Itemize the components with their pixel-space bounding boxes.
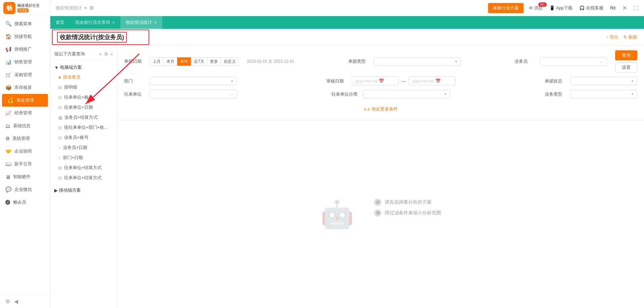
plan-item-party-account[interactable]: ⊟ 往来单位+账号 — [50, 92, 117, 102]
biz-type-arrow: ▾ — [632, 92, 634, 96]
setting-button[interactable]: 设置 — [615, 62, 637, 72]
sidebar-item-purchase[interactable]: 🛒 采购管理 — [0, 68, 50, 81]
sidebar-item-operations[interactable]: 📈 经营管理 — [0, 107, 50, 119]
export-icon: ↑ — [606, 35, 608, 40]
search-icon: 🔍 — [5, 21, 12, 27]
sidebar-item-vip[interactable]: 🅥 畅会员 — [0, 196, 50, 209]
body-area: 按以下方案查询 + ⚙ « ▼ 电脑端方案 ● 按业务员 — [50, 46, 644, 308]
sidebar-item-search[interactable]: 🔍 搜索菜单 — [0, 17, 50, 30]
collapse-bar[interactable]: ∧∧ 收起更多条件 — [124, 103, 637, 115]
app-download-area[interactable]: 📱 App下载 — [549, 5, 573, 11]
grid-icon: ⊞ — [58, 85, 62, 90]
audit-date-from[interactable]: yyyy-mm-dd 📅 — [352, 76, 399, 86]
close-icon[interactable]: ✕ — [622, 4, 627, 12]
voucher-status-select[interactable]: ▾ — [570, 77, 637, 85]
refresh-icon: ↻ — [624, 35, 627, 40]
step-num-1: ① — [374, 199, 381, 206]
date-tab-more[interactable]: 更多 — [207, 57, 221, 66]
sidebar-item-guide[interactable]: 📖 新手引导 — [0, 158, 50, 170]
sidebar-item-basic[interactable]: 🗂 基础信息 — [0, 119, 50, 132]
plan-item-salesperson-account[interactable]: ⊟ 业务员+账号 — [50, 133, 117, 143]
plan-group-pc-title[interactable]: ▼ 电脑端方案 — [50, 63, 117, 72]
plan-item-party-date[interactable]: ⊟ 往来单位+日期 — [50, 102, 117, 112]
sidebar-item-quicknav[interactable]: 🏠 快捷导航 — [0, 30, 50, 43]
sidebar-item-finance[interactable]: 💰 资金管理 — [2, 94, 48, 107]
plan-item-party-settle2[interactable]: ⊟ 往来单位+结算方式 — [50, 173, 117, 183]
plan-item-salesperson[interactable]: ● 按业务员 — [50, 72, 117, 82]
logo-text: 畅捷通好生意 标准版 — [17, 3, 40, 13]
top-header: 收款情况统计 ▾ ⚙ 体验行业方案 ✉ 消息 99+ 📱 App下载 🎧 在线客… — [50, 0, 644, 16]
empty-step-1: ① 请先选择要分析的方案 — [374, 199, 441, 206]
plan-item-party-settle1[interactable]: ⊞ 往来单位+结算方式 — [50, 163, 117, 173]
sidebar-item-sales[interactable]: 📊 销售管理 — [0, 56, 50, 68]
biz-type-select[interactable]: ▾ — [570, 90, 637, 98]
audit-date-to[interactable]: yyyy-mm-dd 📅 — [409, 76, 455, 86]
sidebar: 畅 畅捷通好生意 标准版 🔍 搜索菜单 🏠 快捷导航 📢 营销推广 📊 销售管理… — [0, 0, 50, 308]
date-tab-thisyear[interactable]: 本年 — [177, 57, 191, 66]
dept-label: 部门 — [124, 78, 144, 84]
title-actions: ↑ 导出 ↻ 刷新 — [606, 34, 638, 40]
salesperson-input[interactable]: ··· — [540, 57, 607, 66]
empty-steps: ① 请先选择要分析的方案 ② 用过滤条件来缩小分析范围 — [374, 199, 441, 217]
counterparty-more-icon: ··· — [229, 92, 233, 97]
voucher-type-select[interactable]: ▾ — [374, 57, 461, 66]
filter-row-dept: 部门 ▾ 审核日期 yyyy-mm-dd 📅 — — [124, 76, 637, 86]
plan-item-salesperson-settle[interactable]: ▦ 业务员+结算方式 — [50, 112, 117, 122]
plan-group-mobile-title[interactable]: ▶ 移动端方案 — [50, 186, 117, 195]
date-tab-7days[interactable]: 近7天 — [191, 57, 207, 66]
export-button[interactable]: ↑ 导出 — [606, 34, 619, 40]
action-buttons: 查询 设置 — [615, 50, 637, 72]
tab-close-bank[interactable]: ✕ — [112, 20, 115, 25]
tab-home[interactable]: 首页 — [50, 16, 70, 29]
guide-icon: 📖 — [5, 161, 12, 167]
sidebar-item-inventory[interactable]: 📦 库存核算 — [0, 81, 50, 94]
dept-arrow: ▾ — [231, 79, 233, 83]
empty-robot-icon: 🤖 — [320, 199, 354, 230]
tab-close-receipt[interactable]: ✕ — [154, 20, 157, 25]
header-gear-icon[interactable]: ⚙ — [89, 5, 94, 11]
date-tab-custom[interactable]: 自定义 — [221, 57, 239, 66]
table-icon3: ⊟ — [58, 125, 62, 130]
plan-item-salesperson-date[interactable]: ○ 业务员+日期 — [50, 143, 117, 153]
counterparty-category-select[interactable]: ▾ — [363, 90, 450, 98]
step-num-2: ② — [374, 209, 381, 217]
trial-button[interactable]: 体验行业方案 — [488, 3, 524, 13]
online-service-area[interactable]: 🎧 在线客服 — [579, 5, 603, 11]
tab-bank[interactable]: 现金银行流水查询 ✕ — [70, 16, 120, 29]
voucher-status-arrow: ▾ — [632, 79, 634, 83]
sidebar-item-enterprise[interactable]: 🤝 企业协同 — [0, 145, 50, 158]
plan-item-dept-date[interactable]: ○ 部门+日期 — [50, 153, 117, 163]
collapse-panel-icon[interactable]: « — [110, 51, 113, 57]
maximize-icon[interactable]: ⛶ — [634, 5, 639, 11]
salesperson-label: 业务员 — [515, 58, 535, 64]
sidebar-item-marketing[interactable]: 📢 营销推广 — [0, 43, 50, 56]
sidebar-item-wechat[interactable]: 💬 企业微信 — [0, 183, 50, 196]
tab-receipt[interactable]: 收款情况统计 ✕ — [120, 16, 162, 29]
user-name: Rit — [610, 5, 615, 10]
plan-settings-icon[interactable]: ⚙ — [104, 51, 108, 57]
counterparty-category-label: 往来单位分类 — [331, 91, 358, 97]
counterparty-input[interactable]: ··· — [150, 90, 237, 99]
sidebar-item-hardware[interactable]: 🖥 智能硬件 — [0, 170, 50, 183]
system-icon: ⚙ — [5, 136, 10, 142]
plan-item-detail[interactable]: ⊞ 按明细 — [50, 82, 117, 92]
operations-icon: 📈 — [5, 110, 12, 116]
calendar-icon-to: 📅 — [435, 79, 441, 84]
clock-icon2: ○ — [58, 155, 61, 160]
refresh-button[interactable]: ↻ 刷新 — [624, 34, 637, 40]
dept-select[interactable]: ▾ — [150, 77, 237, 85]
empty-area: 🤖 ① 请先选择要分析的方案 ② 用过滤条件来缩小分析范围 — [117, 120, 644, 308]
table-icon2: ⊟ — [58, 105, 62, 110]
tab-bar: 首页 现金银行流水查询 ✕ 收款情况统计 ✕ — [50, 16, 644, 29]
expand-icon: ▼ — [54, 65, 59, 70]
settings-footer-icon[interactable]: ⚙ — [5, 298, 10, 305]
query-button[interactable]: 查询 — [615, 50, 637, 60]
add-plan-icon[interactable]: + — [99, 51, 102, 57]
message-area[interactable]: ✉ 消息 99+ — [529, 5, 543, 11]
clock-icon1: ○ — [58, 145, 61, 150]
date-tab-lastmonth[interactable]: 上月 — [150, 57, 163, 66]
sidebar-item-system[interactable]: ⚙ 系统管理 — [0, 132, 50, 145]
plan-item-party-dept[interactable]: ⊟ 按往来单位+部门+收... — [50, 122, 117, 133]
collapse-footer-icon[interactable]: ◀ — [14, 298, 18, 305]
date-tab-thismonth[interactable]: 本月 — [163, 57, 177, 66]
